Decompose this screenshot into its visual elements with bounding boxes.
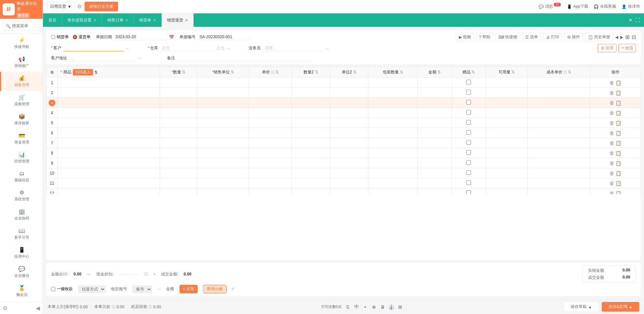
sidebar-item-member[interactable]: 🏅 畅会员 (0, 281, 43, 301)
docnum-input[interactable] (198, 34, 252, 40)
sidebar-item-enterprise[interactable]: 🏢 企业协同 (0, 205, 43, 224)
amount-cell-3[interactable] (418, 98, 452, 108)
delete-btn[interactable]: 🗑 (609, 130, 614, 136)
sidebar-item-apps[interactable]: 📱 应用中心 (0, 243, 43, 262)
available-cell-1[interactable] (486, 78, 527, 88)
copy-btn[interactable]: 📋 (615, 181, 621, 186)
print-btn[interactable]: 🖨 打印 (543, 33, 562, 41)
amount-more-icon[interactable]: ··· (157, 287, 161, 292)
save-draft-btn[interactable]: 保存草稿 ▲ (564, 302, 599, 312)
tab-return[interactable]: 销货退货 ✕ (162, 13, 194, 27)
logistics-btn[interactable]: + 物流 (619, 44, 636, 52)
goods-cell-2[interactable] (58, 88, 160, 98)
sidebar-item-newbie[interactable]: 📖 新手引导 (0, 224, 43, 243)
copy-row-1-btn[interactable]: 📋 (615, 80, 621, 85)
taskbar-icon-6[interactable]: 👔 (388, 304, 395, 310)
delete-btn[interactable]: 🗑 (609, 161, 614, 166)
copy-row-2-btn[interactable]: 📋 (615, 90, 621, 96)
table-scroll[interactable]: ⚙ * 商品 扫码录入 ⇅ *数量 ⇅ (46, 67, 641, 194)
warehouse-more-icon[interactable]: ··· (226, 46, 230, 51)
cost-price-cell-1[interactable] (527, 78, 590, 88)
taskbar-icon-7[interactable]: ⊞ (397, 304, 404, 310)
unit-price-cell-2[interactable] (249, 88, 292, 98)
delete-row-1-btn[interactable]: 🗑 (609, 80, 614, 85)
scan-input-btn[interactable]: 扫码录入 (73, 69, 93, 75)
copy-btn[interactable]: 📋 (615, 191, 621, 194)
qty2-cell-1[interactable] (291, 78, 330, 88)
qty-cell-1[interactable] (160, 78, 197, 88)
sidebar-item-finance[interactable]: 💳 资金管理 (0, 129, 43, 148)
date-input[interactable]: 2023-03-20 (113, 34, 168, 40)
nav-next-icon[interactable]: ▶ (620, 35, 623, 40)
video-btn[interactable]: ▶ 视频 (456, 33, 474, 41)
discount-input[interactable] (119, 274, 139, 274)
sidebar-item-purchase[interactable]: 🛒 采购管理 (0, 91, 43, 110)
amount-cell-1[interactable] (418, 78, 452, 88)
delete-btn[interactable]: 🗑 (609, 171, 614, 176)
qty2-cell-3[interactable] (291, 98, 330, 108)
goods-cell-3[interactable] (58, 98, 160, 108)
delete-btn[interactable]: 🗑 (609, 110, 614, 116)
tab-sales-close-icon[interactable]: ✕ (153, 18, 156, 22)
radio-sales[interactable]: 销货单 (51, 34, 69, 40)
delete-btn[interactable]: 🗑 (609, 150, 614, 156)
help-btn[interactable]: ? 帮助 (476, 33, 493, 41)
save-new-btn[interactable]: 保存&新增 ▲ (602, 302, 639, 312)
collapse-btn[interactable]: ◀ (36, 305, 40, 311)
delete-btn[interactable]: 🗑 (609, 120, 614, 126)
pack-qty-cell-1[interactable] (368, 78, 418, 88)
grid-list-icon[interactable]: ⊞ (625, 34, 630, 40)
goods-cell-1[interactable] (58, 78, 160, 88)
nav-prev-icon[interactable]: ◀ (615, 35, 618, 40)
fee-split-btn[interactable]: 费用分摊 (203, 285, 226, 293)
available-cell-2[interactable] (486, 88, 527, 98)
app-download-btn[interactable]: 📱 App下载 (567, 4, 588, 9)
amount-cell-2[interactable] (418, 88, 452, 98)
copy-btn[interactable]: 📋 (615, 110, 621, 116)
account-select[interactable]: 账号 (132, 286, 152, 293)
sidebar-item-shortcuts[interactable]: ⚡ 快捷导航 (0, 34, 43, 53)
salesperson-input[interactable] (263, 45, 323, 51)
pack-qty-cell-3[interactable] (368, 98, 418, 108)
copy-btn[interactable]: 📋 (615, 150, 621, 156)
gift-cell-1[interactable] (451, 78, 486, 88)
sidebar-item-inventory[interactable]: 📦 库存核算 (0, 110, 43, 129)
message-btn[interactable]: 💬 消息 70 (539, 4, 561, 9)
search-btn[interactable]: 🔍 搜索菜单 (3, 21, 40, 30)
gift-checkbox-1[interactable] (466, 80, 471, 84)
payment-checkbox[interactable] (51, 287, 55, 291)
customer-input[interactable] (63, 45, 124, 51)
customer-more-icon[interactable]: ··· (126, 46, 129, 51)
unit-price-cell-3[interactable] (249, 98, 292, 108)
cost-price-cell-3[interactable] (527, 98, 590, 108)
copy-row-3-btn[interactable]: 📋 (615, 100, 621, 106)
add-payment-btn[interactable]: + 添加 (179, 285, 198, 293)
unit2-cell-2[interactable] (330, 88, 368, 98)
settings-bottom-btn[interactable]: ⚙ (3, 305, 7, 311)
tab-sales[interactable]: 销货单 ✕ (134, 13, 162, 27)
taskbar-icon-5[interactable]: 🖥 (379, 304, 386, 310)
copy-btn[interactable]: 📋 (615, 140, 621, 146)
address-more-icon[interactable]: ··· (138, 56, 142, 61)
qty-cell-3[interactable] (160, 98, 197, 108)
tab-home[interactable]: 首页 (43, 13, 62, 27)
sidebar-item-basic[interactable]: 🗂 基础信息 (0, 167, 43, 186)
copy-btn[interactable]: 📋 (615, 120, 621, 126)
radio-return-input[interactable] (73, 35, 77, 39)
available-cell-3[interactable] (486, 98, 527, 108)
unit-price-cell-1[interactable] (249, 78, 292, 88)
operation-btn[interactable]: ⚙ 操作 (564, 33, 583, 41)
shortcut-btn[interactable]: ⌨ 快捷键 (495, 33, 520, 41)
history-btn[interactable]: 📋 历史单据 (585, 33, 613, 41)
copy-btn[interactable]: 📋 (615, 130, 621, 136)
taskbar-icon-1[interactable]: S (344, 304, 351, 310)
taskbar-icon-4[interactable]: ⊕ (371, 304, 377, 310)
remarks-input[interactable] (177, 55, 311, 61)
tab-return-close-icon[interactable]: ✕ (185, 18, 188, 22)
calendar-icon[interactable]: 📅 (169, 35, 174, 40)
tab-price-close-icon[interactable]: ✕ (94, 18, 96, 22)
copy-btn[interactable]: 📋 (615, 171, 621, 176)
tab-price-setting[interactable]: 售价提取设置 ✕ (62, 13, 102, 27)
add-row-btn[interactable]: + (49, 100, 55, 106)
gear-icon[interactable]: ⚙ (77, 3, 82, 10)
